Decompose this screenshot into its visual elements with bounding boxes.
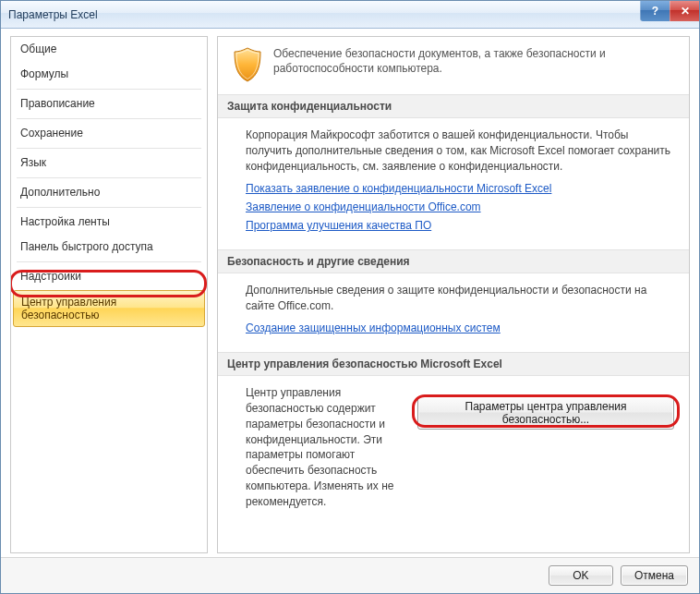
trust-button-wrap: Параметры центра управления безопасность…	[417, 385, 674, 441]
sidebar-item-addins[interactable]: Надстройки	[11, 264, 207, 289]
privacy-links: Показать заявление о конфиденциальности …	[246, 181, 674, 233]
cancel-button[interactable]: Отмена	[621, 565, 688, 586]
sidebar-separator	[17, 177, 201, 178]
category-sidebar: Общие Формулы Правописание Сохранение Яз…	[10, 36, 208, 553]
section-header-security: Безопасность и другие сведения	[218, 249, 689, 273]
section-header-privacy: Защита конфиденциальности	[218, 94, 689, 118]
sidebar-separator	[17, 118, 201, 119]
sidebar-item-general[interactable]: Общие	[11, 37, 207, 62]
link-privacy-excel[interactable]: Показать заявление о конфиденциальности …	[246, 181, 674, 197]
link-trustworthy-computing[interactable]: Создание защищенных информационных систе…	[246, 321, 674, 336]
sidebar-item-advanced[interactable]: Дополнительно	[11, 180, 207, 205]
options-dialog: Параметры Excel ? ✕ Общие Формулы Правоп…	[0, 0, 700, 594]
section-body-trust: Центр управления безопасностью содержит …	[231, 385, 676, 522]
link-privacy-office[interactable]: Заявление о конфиденциальности Office.co…	[246, 200, 674, 215]
privacy-text: Корпорация Майкрософт заботится о вашей …	[246, 127, 674, 174]
trust-text: Центр управления безопасностью содержит …	[246, 385, 403, 509]
section-body-privacy: Корпорация Майкрософт заботится о вашей …	[231, 127, 676, 249]
link-ceip[interactable]: Программа улучшения качества ПО	[246, 218, 674, 234]
dialog-footer: OK Отмена	[1, 557, 699, 593]
intro-row: Обеспечение безопасности документов, а т…	[231, 46, 676, 83]
trust-row: Центр управления безопасностью содержит …	[246, 385, 674, 509]
titlebar-controls: ? ✕	[640, 1, 699, 21]
security-links: Создание защищенных информационных систе…	[246, 321, 674, 336]
sidebar-separator	[17, 207, 201, 208]
main-panel: Обеспечение безопасности документов, а т…	[217, 36, 690, 553]
sidebar-separator	[17, 261, 201, 262]
sidebar-item-trust-center[interactable]: Центр управления безопасностью	[13, 290, 205, 327]
sidebar-item-proofing[interactable]: Правописание	[11, 91, 207, 116]
help-icon: ?	[652, 5, 658, 18]
shield-icon	[231, 46, 264, 83]
trust-center-settings-button[interactable]: Параметры центра управления безопасность…	[417, 396, 674, 430]
close-icon: ✕	[681, 5, 690, 18]
sidebar-item-language[interactable]: Язык	[11, 151, 207, 176]
titlebar: Параметры Excel ? ✕	[1, 1, 699, 29]
help-button[interactable]: ?	[640, 1, 670, 21]
sidebar-item-ribbon[interactable]: Настройка ленты	[11, 210, 207, 235]
sidebar-item-formulas[interactable]: Формулы	[11, 62, 207, 87]
close-button[interactable]: ✕	[670, 1, 699, 21]
sidebar-item-save[interactable]: Сохранение	[11, 121, 207, 146]
intro-text: Обеспечение безопасности документов, а т…	[273, 46, 676, 76]
section-header-trust: Центр управления безопасностью Microsoft…	[218, 352, 689, 376]
window-title: Параметры Excel	[8, 8, 98, 21]
sidebar-separator	[17, 148, 201, 149]
section-body-security: Дополнительные сведения о защите конфиде…	[231, 283, 676, 352]
ok-button[interactable]: OK	[549, 565, 613, 586]
sidebar-separator	[17, 89, 201, 90]
dialog-body: Общие Формулы Правописание Сохранение Яз…	[1, 29, 699, 557]
security-text: Дополнительные сведения о защите конфиде…	[246, 283, 674, 314]
sidebar-item-qat[interactable]: Панель быстрого доступа	[11, 235, 207, 260]
